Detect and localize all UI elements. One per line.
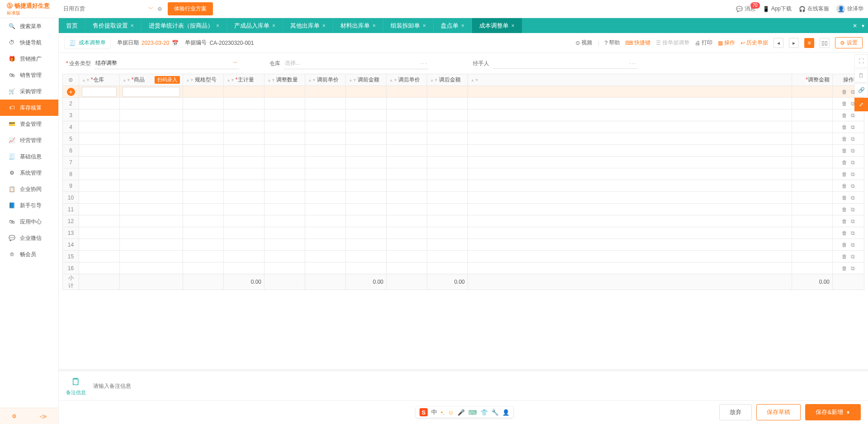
cell-pre-price[interactable]	[305, 98, 346, 110]
cell-adj-qty[interactable]	[264, 192, 305, 204]
cell-post-amount[interactable]	[427, 251, 468, 262]
close-icon[interactable]: ×	[131, 23, 134, 29]
cell-post-amount[interactable]	[427, 180, 468, 192]
cell-adj-amount[interactable]	[792, 215, 833, 227]
cell-spec[interactable]	[183, 157, 224, 168]
cell-pre-amount[interactable]	[346, 239, 387, 251]
cell-product[interactable]	[120, 262, 183, 274]
discard-button[interactable]: 放弃	[719, 404, 752, 420]
tab-more-icon[interactable]: ▾	[862, 23, 864, 29]
delete-icon[interactable]: 🗑	[842, 89, 847, 95]
cell-adj-qty[interactable]	[264, 98, 305, 110]
cell-post-price[interactable]	[387, 121, 427, 133]
cell-pre-price[interactable]	[305, 239, 346, 251]
sidebar-item-7[interactable]: 📈经营管理	[0, 132, 58, 148]
delete-icon[interactable]: 🗑	[842, 253, 847, 260]
tab-7[interactable]: 盘点单×	[434, 18, 472, 33]
ime-smile-icon[interactable]: ☺	[448, 409, 453, 416]
cell-pre-price[interactable]	[305, 121, 346, 133]
cell-spec[interactable]	[183, 251, 224, 262]
table-row[interactable]: 7🗑⧉	[63, 157, 864, 168]
tab-5[interactable]: 材料出库单×	[333, 18, 383, 33]
cell-post-amount[interactable]	[427, 98, 468, 110]
cell-adj-qty[interactable]	[264, 262, 305, 274]
save-draft-button[interactable]: 保存草稿	[756, 404, 801, 420]
cell-main-qty[interactable]	[224, 168, 264, 180]
cell-adj-qty[interactable]	[264, 86, 305, 98]
cell-warehouse[interactable]	[79, 86, 120, 98]
cell-post-price[interactable]	[387, 110, 427, 121]
cell-pre-amount[interactable]	[346, 251, 387, 262]
user-menu[interactable]: 👤 徐泽华	[836, 5, 863, 14]
cell-post-price[interactable]	[387, 180, 427, 192]
cell-adj-amount[interactable]	[792, 168, 833, 180]
cell-pre-amount[interactable]	[346, 121, 387, 133]
cell-post-amount[interactable]	[427, 227, 468, 239]
col-spec[interactable]: ▲▼规格型号	[183, 74, 224, 86]
cell-post-amount[interactable]	[427, 168, 468, 180]
table-row[interactable]: 5🗑⧉	[63, 133, 864, 145]
delete-icon[interactable]: 🗑	[842, 242, 847, 248]
cell-adj-amount[interactable]	[792, 98, 833, 110]
cell-pre-price[interactable]	[305, 180, 346, 192]
cell-post-amount[interactable]	[427, 262, 468, 274]
cell-post-amount[interactable]	[427, 133, 468, 145]
cell-post-amount[interactable]	[427, 239, 468, 251]
ime-mic-icon[interactable]: 🎤	[458, 409, 465, 416]
cell-main-qty[interactable]	[224, 110, 264, 121]
close-icon[interactable]: ×	[216, 23, 219, 29]
cell-adj-amount[interactable]	[792, 86, 833, 98]
col-post-amount[interactable]: ▲▼调后金额	[427, 74, 468, 86]
cell-adj-qty[interactable]	[264, 239, 305, 251]
sidebar-item-12[interactable]: 🛍应用中心	[0, 214, 58, 230]
cell-post-amount[interactable]	[427, 86, 468, 98]
cell-warehouse[interactable]	[79, 192, 120, 204]
cell-spec[interactable]	[183, 98, 224, 110]
table-row[interactable]: 11🗑⧉	[63, 204, 864, 215]
cell-pre-amount[interactable]	[346, 86, 387, 98]
cell-product[interactable]	[120, 204, 183, 215]
cell-pre-price[interactable]	[305, 204, 346, 215]
delete-icon[interactable]: 🗑	[842, 183, 847, 189]
delete-icon[interactable]: 🗑	[842, 136, 847, 142]
cell-main-qty[interactable]	[224, 133, 264, 145]
sidebar-item-11[interactable]: 📘新手引导	[0, 197, 58, 214]
copy-icon[interactable]: ⧉	[851, 265, 855, 272]
cell-pre-price[interactable]	[305, 133, 346, 145]
delete-icon[interactable]: 🗑	[842, 112, 847, 119]
cell-pre-price[interactable]	[305, 110, 346, 121]
settings-button[interactable]: ⚙设置	[835, 37, 863, 48]
cell-adj-qty[interactable]	[264, 251, 305, 262]
table-row[interactable]: 14🗑⧉	[63, 239, 864, 251]
col-pre-price[interactable]: ▲▼调前单价	[305, 74, 346, 86]
remarks-input[interactable]	[93, 383, 861, 389]
view-list-button[interactable]: ≡	[804, 38, 814, 48]
cell-warehouse[interactable]	[79, 251, 120, 262]
delete-icon[interactable]: 🗑	[842, 195, 847, 201]
cell-post-amount[interactable]	[427, 121, 468, 133]
ime-tool-icon[interactable]: 🔧	[491, 409, 499, 416]
cell-adj-qty[interactable]	[264, 121, 305, 133]
cell-spec[interactable]	[183, 133, 224, 145]
sidebar-item-8[interactable]: 🧾基础信息	[0, 148, 58, 165]
try-industry-button[interactable]: 体验行业方案	[168, 2, 213, 15]
cell-spec[interactable]	[183, 204, 224, 215]
sidebar-item-4[interactable]: 🛒采购管理	[0, 83, 58, 100]
cell-spec[interactable]	[183, 86, 224, 98]
cell-product[interactable]	[120, 215, 183, 227]
copy-icon[interactable]: ⧉	[851, 195, 855, 201]
messages-button[interactable]: 💬 消息 70	[736, 5, 755, 13]
cell-pre-amount[interactable]	[346, 215, 387, 227]
cell-adj-amount[interactable]	[792, 133, 833, 145]
tab-close-icon[interactable]: ✕	[853, 23, 857, 29]
tab-4[interactable]: 其他出库单×	[283, 18, 333, 33]
cell-adj-qty[interactable]	[264, 157, 305, 168]
handler-select[interactable]: ···	[493, 58, 637, 69]
cell-warehouse[interactable]	[79, 121, 120, 133]
delete-icon[interactable]: 🗑	[842, 124, 847, 130]
close-icon[interactable]: ×	[511, 23, 514, 29]
cell-product[interactable]	[120, 180, 183, 192]
date-value[interactable]: 2023-03-20	[142, 40, 169, 46]
sidebar-item-5[interactable]: 🏷库存核算	[0, 100, 58, 116]
cell-adj-amount[interactable]	[792, 145, 833, 157]
